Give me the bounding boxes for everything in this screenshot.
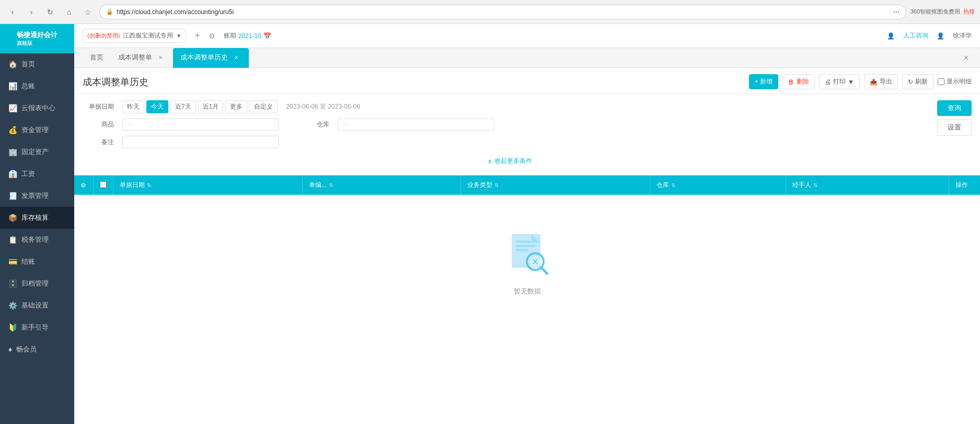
sidebar-label-settings: 基础设置: [21, 301, 49, 310]
date-1month-btn[interactable]: 近1月: [198, 100, 224, 113]
calendar-icon[interactable]: 📅: [263, 32, 271, 40]
close-all-tabs-button[interactable]: ×: [961, 52, 972, 64]
reports-icon: 📈: [8, 104, 17, 112]
export-button[interactable]: 📤 导出: [864, 74, 898, 89]
th-operations-label: 操作: [955, 181, 968, 189]
sidebar-item-archive[interactable]: 🗄️ 归档管理: [0, 273, 74, 295]
th-date[interactable]: 单据日期 ⇅: [113, 175, 302, 195]
date-filter-label: 单据日期: [83, 102, 114, 111]
select-all-checkbox[interactable]: [100, 181, 107, 188]
sidebar-item-fixed-assets[interactable]: 🏢 固定资产: [0, 141, 74, 163]
number-sort-icon[interactable]: ⇅: [329, 182, 333, 188]
export-icon: 📤: [870, 78, 878, 86]
date-more-btn[interactable]: 更多: [225, 100, 247, 113]
tax-icon: 📋: [8, 235, 17, 244]
th-checkbox[interactable]: [93, 175, 113, 195]
service-link[interactable]: 人工咨询: [903, 31, 928, 40]
forward-button[interactable]: ›: [24, 5, 39, 19]
th-number-label: 单编...: [309, 181, 327, 190]
no-data-svg: [501, 226, 554, 278]
product-filter-label: 商品: [83, 120, 114, 129]
browser-toolbar: 360智能抠图免费用 热搜: [910, 8, 975, 16]
remark-filter-row: 备注: [83, 136, 937, 148]
tab-cost-adjust-close[interactable]: ×: [155, 52, 166, 63]
tab-home[interactable]: 首页: [83, 49, 111, 67]
query-button[interactable]: 查询: [937, 100, 972, 116]
search-label: 360智能抠图免费用: [910, 8, 960, 16]
biz-type-sort-icon[interactable]: ⇅: [494, 182, 499, 188]
print-dropdown-icon: ▼: [848, 78, 854, 86]
sidebar-label-archive: 归档管理: [21, 279, 49, 288]
th-warehouse[interactable]: 仓库 ⇅: [650, 175, 786, 195]
date-sort-icon[interactable]: ⇅: [147, 182, 151, 188]
sidebar-item-salary[interactable]: 👔 工资: [0, 163, 74, 185]
sidebar-item-guide[interactable]: 🔰 新手引导: [0, 316, 74, 338]
add-company-button[interactable]: +: [194, 30, 200, 41]
filter-settings-button[interactable]: 设置: [937, 119, 972, 136]
print-button[interactable]: 🖨 打印 ▼: [819, 74, 860, 89]
empty-state: 暂无数据: [74, 195, 980, 327]
period-value: 2021-10: [238, 32, 261, 40]
settlement-icon: 💳: [8, 257, 17, 266]
bookmark-button[interactable]: ☆: [80, 5, 95, 19]
filter-actions: 查询 设置: [937, 100, 972, 136]
address-bar[interactable]: 🔒 https://cloud.chanjet.com/accounting/u…: [99, 5, 906, 19]
sidebar-item-settlement[interactable]: 💳 结账: [0, 251, 74, 273]
sidebar-item-inventory[interactable]: 📦 库存核算: [0, 207, 74, 229]
collapse-button[interactable]: ∧ 收起更多条件: [83, 154, 937, 169]
sidebar-label-reports: 云报表中心: [21, 103, 55, 113]
date-custom-btn[interactable]: 自定义: [249, 100, 278, 113]
sidebar-item-member[interactable]: ♦ 畅会员: [0, 338, 74, 360]
collapse-label: 收起更多条件: [494, 157, 532, 166]
th-operations: 操作: [949, 175, 980, 195]
handler-sort-icon[interactable]: ⇅: [813, 182, 817, 188]
back-button[interactable]: ‹: [5, 5, 20, 19]
top-bar-right: 👤 人工咨询 👤 徐泽华: [887, 31, 972, 40]
reload-button[interactable]: ↻: [43, 5, 57, 19]
delete-icon: 🗑: [788, 78, 794, 86]
column-settings-icon[interactable]: ⚙: [80, 182, 86, 189]
sidebar-item-tax[interactable]: 📋 税务管理: [0, 229, 74, 251]
sidebar-item-finance[interactable]: 💰 资金管理: [0, 119, 74, 141]
warehouse-filter-label: 仓库: [298, 120, 329, 129]
page-header: 成本调整单历史 + 新增 🗑 删除 🖨 打印 ▼ 📤 导出 ↻: [74, 68, 980, 94]
settings-gear-icon[interactable]: ⚙: [209, 32, 215, 40]
sidebar-label-inventory: 库存核算: [21, 213, 49, 222]
top-bar: (勿删勿禁用) 江西服宝测试专用 ▼ + ⚙ 账期 2021-10 📅 👤 人工…: [74, 24, 980, 48]
th-gear[interactable]: ⚙: [74, 175, 93, 195]
th-handler[interactable]: 经手人 ⇅: [786, 175, 949, 195]
sidebar-item-ledger[interactable]: 📊 总账: [0, 75, 74, 97]
show-detail-checkbox[interactable]: [938, 78, 944, 85]
tab-cost-adjust[interactable]: 成本调整单 ×: [111, 48, 173, 68]
date-today-btn[interactable]: 今天: [146, 100, 168, 113]
th-biz-type[interactable]: 业务类型 ⇅: [460, 175, 650, 195]
refresh-button[interactable]: ↻ 刷新: [902, 74, 933, 89]
ssl-lock-icon: 🔒: [106, 8, 113, 15]
tab-home-label: 首页: [90, 53, 103, 62]
date-7days-btn[interactable]: 近7天: [170, 100, 196, 113]
print-icon: 🖨: [825, 78, 831, 86]
sidebar-item-home[interactable]: 🏠 首页: [0, 53, 74, 75]
company-selector[interactable]: (勿删勿禁用) 江西服宝测试专用 ▼: [83, 29, 186, 43]
new-button[interactable]: + 新增: [749, 74, 778, 89]
sidebar-item-reports[interactable]: 📈 云报表中心: [0, 97, 74, 119]
remark-input[interactable]: [122, 136, 279, 148]
period-label: 账期: [224, 31, 236, 40]
sidebar-item-invoice[interactable]: 🧾 发票管理: [0, 185, 74, 207]
delete-button[interactable]: 🗑 删除: [782, 74, 815, 89]
home-button[interactable]: ⌂: [62, 5, 76, 19]
th-number[interactable]: 单编... ⇅: [302, 175, 460, 195]
tab-cost-adjust-history-close[interactable]: ×: [231, 52, 241, 63]
product-filter-field[interactable]: ···: [122, 119, 279, 131]
tab-bar: 首页 成本调整单 × 成本调整单历史 × ×: [74, 48, 980, 68]
main-content: (勿删勿禁用) 江西服宝测试专用 ▼ + ⚙ 账期 2021-10 📅 👤 人工…: [74, 24, 980, 424]
sidebar-item-settings[interactable]: ⚙️ 基础设置: [0, 295, 74, 316]
warehouse-filter-field[interactable]: ···: [338, 119, 494, 131]
warehouse-sort-icon[interactable]: ⇅: [671, 182, 675, 188]
company-name: 江西服宝测试专用: [123, 31, 173, 40]
username: 徐泽华: [953, 31, 972, 40]
table-header-row: ⚙ 单据日期 ⇅ 单编...: [74, 175, 980, 195]
tab-cost-adjust-history[interactable]: 成本调整单历史 ×: [173, 48, 249, 68]
date-yesterday-btn[interactable]: 昨天: [122, 100, 144, 113]
filter-area: 单据日期 昨天 今天 近7天 近1月 更多 自定义 2023-06-06 至 2…: [74, 94, 980, 175]
